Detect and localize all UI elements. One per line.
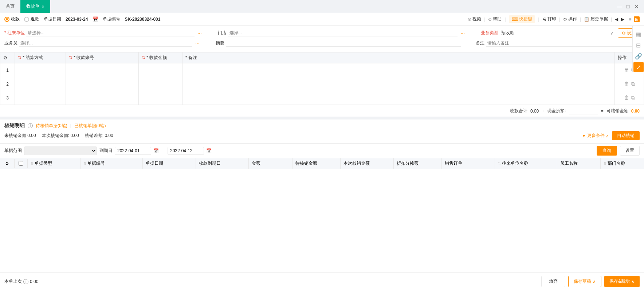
copy-row-3-icon[interactable]: ⧉ (631, 95, 635, 101)
summary-input[interactable] (226, 40, 462, 47)
counterpart-more-btn[interactable]: ··· (196, 30, 203, 36)
sort-counterpart-icon[interactable]: ⇅ (498, 161, 501, 165)
print-link[interactable]: 🖨 打印 (542, 16, 556, 22)
table-row: 1 🗑 ⧉ (0, 63, 644, 77)
tab-home[interactable]: 首页 (0, 0, 20, 13)
staff-more-btn[interactable]: ··· (194, 40, 201, 46)
settlement-input-1[interactable] (15, 63, 66, 77)
cell-remark-1[interactable] (182, 63, 615, 77)
query-button[interactable]: 查询 (597, 146, 617, 156)
radio-refund[interactable]: 退款 (24, 16, 39, 22)
cell-amount-2[interactable] (139, 77, 182, 91)
calendar-icon[interactable]: 📅 (92, 16, 98, 22)
query-settings-button[interactable]: 设置 (620, 146, 640, 156)
th-gear-detail[interactable]: ⚙ (0, 159, 15, 168)
remark-input-1[interactable] (182, 63, 614, 77)
cell-action-2: 🗑 ⧉ (615, 77, 644, 91)
delete-row-2-icon[interactable]: 🗑 (624, 81, 629, 87)
shortcut-link[interactable]: ⌨ 快捷键 (509, 15, 535, 23)
query-right: 查询 设置 (597, 146, 640, 156)
cell-account-3[interactable] (66, 91, 139, 105)
cell-amount-3[interactable] (139, 91, 182, 105)
calendar-to-icon[interactable]: 📅 (206, 148, 212, 153)
account-input-3[interactable] (66, 91, 138, 105)
note-input[interactable] (486, 40, 640, 47)
more-conditions-link[interactable]: ▼ 更多条件 ∧ (582, 133, 609, 139)
sort-dept-icon[interactable]: ⇅ (604, 161, 606, 165)
cell-amount-1[interactable] (139, 63, 182, 77)
range-dropdown-icon[interactable]: ∨ (92, 148, 95, 153)
store-more-btn[interactable]: ··· (459, 30, 466, 36)
auto-verify-button[interactable]: 自动核销 (612, 131, 640, 140)
account-input-1[interactable] (66, 63, 138, 77)
date-to-input[interactable] (168, 147, 204, 155)
dropdown-arrow-icon[interactable]: ∨ (610, 31, 613, 36)
remark-input-2[interactable] (182, 77, 614, 91)
history-link[interactable]: 📋 历史单据 (584, 16, 608, 22)
calendar-from-icon[interactable]: 📅 (153, 148, 159, 153)
cell-settlement-3[interactable] (15, 91, 66, 105)
settlement-input-2[interactable] (15, 77, 66, 91)
cell-remark-3[interactable] (182, 91, 615, 105)
range-select[interactable] (24, 146, 97, 155)
account-input-2[interactable] (66, 77, 138, 91)
sidebar-chart-icon[interactable]: ⊟ (633, 40, 644, 50)
remark-input-3[interactable] (182, 91, 614, 105)
sidebar-expand-icon[interactable]: ⤢ (633, 62, 644, 72)
th-amount: ⇅ * 收款金额 (139, 52, 182, 63)
sidebar-table-icon[interactable]: ▦ (633, 29, 644, 39)
nav-prev[interactable]: ◀ (615, 17, 618, 22)
save-new-button[interactable]: 保存&新增 ∧ (604, 276, 640, 287)
total-label: 收款合计 (510, 108, 527, 114)
layout-list-icon[interactable]: ≡ (627, 16, 633, 22)
amount-input-2[interactable] (139, 77, 182, 91)
select-all-checkbox[interactable] (19, 161, 23, 166)
gear-settings-icon[interactable]: ⚙ (3, 55, 7, 60)
video-link[interactable]: ⊙ 视频 (468, 16, 481, 22)
discount-input[interactable] (569, 107, 598, 114)
close-icon[interactable]: × (42, 4, 44, 9)
copy-row-2-icon[interactable]: ⧉ (631, 81, 635, 87)
settlement-input-3[interactable] (15, 91, 66, 105)
window-close-button[interactable]: ✕ (634, 4, 640, 9)
th-checkbox (15, 159, 28, 168)
cell-remark-2[interactable] (182, 77, 615, 91)
store-input[interactable] (228, 30, 458, 36)
delete-row-3-icon[interactable]: 🗑 (624, 95, 629, 101)
detail-table-header: ⚙ ⇅ 单据类型 ⇅ 单据编号 单据日期 收款到期日 金额 待核销金额 本次核销… (0, 158, 644, 169)
done-tab[interactable]: 已核销单据(0笔) (74, 123, 106, 129)
staff-input[interactable] (19, 40, 192, 47)
gear-detail-icon[interactable]: ⚙ (5, 161, 9, 166)
business-type-label: 业务类型 (481, 30, 498, 36)
date-from-input[interactable] (115, 147, 151, 155)
sort-icon[interactable]: ⇅ (31, 161, 34, 165)
cell-settlement-2[interactable] (15, 77, 66, 91)
minimize-button[interactable]: — (616, 4, 622, 9)
layout-grid-icon[interactable]: ⊞ (634, 16, 640, 22)
cell-account-2[interactable] (66, 77, 139, 91)
window-controls: — □ ✕ (616, 4, 644, 9)
help-link[interactable]: ⊙ 帮助 (488, 16, 502, 22)
equals-sign: = (601, 109, 604, 114)
verification-info-icon[interactable]: i (28, 123, 33, 128)
nav-next[interactable]: ▶ (621, 17, 624, 22)
radio-receive[interactable]: 收款 (4, 16, 20, 22)
cell-settlement-1[interactable] (15, 63, 66, 77)
delete-row-1-icon[interactable]: 🗑 (624, 67, 629, 73)
amount-input-1[interactable] (139, 63, 182, 77)
sort-doc-num-icon[interactable]: ⇅ (83, 161, 86, 165)
business-type-field: 业务类型 预收款 ∨ (481, 29, 613, 37)
save-draft-button[interactable]: 保存草稿 ∧ (568, 276, 601, 287)
due-date-field: 到期日 📅 — 📅 (99, 147, 212, 155)
sidebar-link-icon[interactable]: 🔗 (633, 51, 644, 61)
counterpart-input[interactable] (26, 30, 195, 36)
tab-active[interactable]: 收款单 × (20, 0, 50, 13)
range-field: 单据范围 ∨ (4, 146, 95, 155)
cell-account-1[interactable] (66, 63, 139, 77)
pending-tab[interactable]: 待核销单据(0笔) (36, 123, 67, 129)
amount-input-3[interactable] (139, 91, 182, 105)
maximize-button[interactable]: □ (625, 4, 631, 9)
abandon-button[interactable]: 放弃 (541, 276, 565, 287)
operation-link[interactable]: ⚙ 操作 (563, 16, 577, 22)
bottom-info-icon[interactable]: i (23, 279, 28, 284)
